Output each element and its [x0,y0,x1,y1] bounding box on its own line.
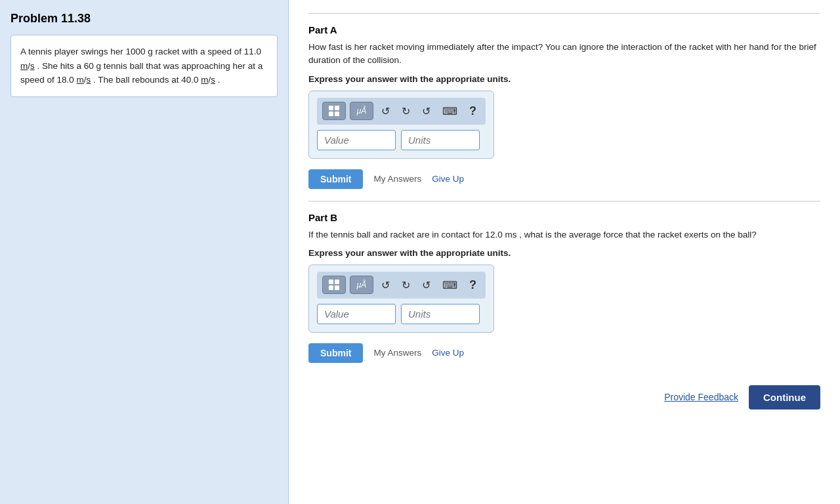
part-a-value-input[interactable] [317,130,396,150]
svg-rect-3 [335,112,339,116]
problem-text: A tennis player swings her 1000 g racket… [20,47,262,85]
part-b-submit-button[interactable]: Submit [308,343,363,363]
part-a-submit-button[interactable]: Submit [308,169,363,189]
part-a-my-answers[interactable]: My Answers [373,174,421,184]
mu-icon-btn-b[interactable]: μÅ [350,276,373,294]
continue-button[interactable]: Continue [749,385,820,410]
part-b-value-input[interactable] [317,304,396,324]
redo-btn-b[interactable]: ↻ [398,276,414,294]
problem-box: A tennis player swings her 1000 g racket… [10,35,278,97]
svg-rect-0 [329,106,333,110]
bottom-bar: Provide Feedback Continue [308,379,820,410]
part-b-express: Express your answer with the appropriate… [308,248,820,258]
top-divider [308,13,820,14]
part-a-submit-row: Submit My Answers Give Up [308,169,820,189]
help-btn-b[interactable]: ? [465,276,480,295]
undo-btn-b[interactable]: ↺ [377,276,394,294]
refresh-btn-a[interactable]: ↺ [418,102,434,120]
section-divider [308,201,820,201]
part-b-input-row [317,304,486,324]
main-content: Part A How fast is her racket moving imm… [289,0,840,504]
problem-title: Problem 11.38 [10,12,278,26]
part-b-answer-box: μÅ ↺ ↻ ↺ ⌨ ? [308,264,494,333]
part-a-give-up[interactable]: Give Up [432,174,464,184]
redo-btn-a[interactable]: ↻ [398,102,414,120]
refresh-btn-b[interactable]: ↺ [418,276,434,294]
part-a-toolbar: μÅ ↺ ↻ ↺ ⌨ ? [317,98,486,125]
keyboard-btn-a[interactable]: ⌨ [438,102,461,120]
part-a-description: How fast is her racket moving immediatel… [308,41,820,68]
part-a-express: Express your answer with the appropriate… [308,74,820,84]
part-b-give-up[interactable]: Give Up [432,348,464,358]
provide-feedback-link[interactable]: Provide Feedback [664,392,738,402]
part-a-answer-box: μÅ ↺ ↻ ↺ ⌨ ? [308,91,494,159]
svg-rect-1 [335,106,339,110]
grid-icon-btn-a[interactable] [322,102,346,120]
part-b-units-input[interactable] [401,304,480,324]
help-btn-a[interactable]: ? [465,102,480,121]
part-b-label: Part B [308,212,820,223]
svg-rect-6 [329,285,333,290]
mu-icon-btn-a[interactable]: μÅ [350,102,373,120]
svg-rect-5 [335,280,339,284]
part-b-toolbar: μÅ ↺ ↻ ↺ ⌨ ? [317,272,486,299]
svg-rect-4 [329,280,333,284]
part-b-description: If the tennis ball and racket are in con… [308,228,820,242]
svg-rect-2 [329,112,333,116]
undo-btn-a[interactable]: ↺ [377,102,394,120]
keyboard-btn-b[interactable]: ⌨ [438,276,461,294]
part-a-input-row [317,130,486,150]
part-b-my-answers[interactable]: My Answers [373,348,421,358]
part-b-submit-row: Submit My Answers Give Up [308,343,820,363]
part-a-units-input[interactable] [401,130,480,150]
part-a-label: Part A [308,24,820,35]
sidebar: Problem 11.38 A tennis player swings her… [0,0,289,504]
grid-icon-btn-b[interactable] [322,276,346,294]
svg-rect-7 [335,285,339,290]
